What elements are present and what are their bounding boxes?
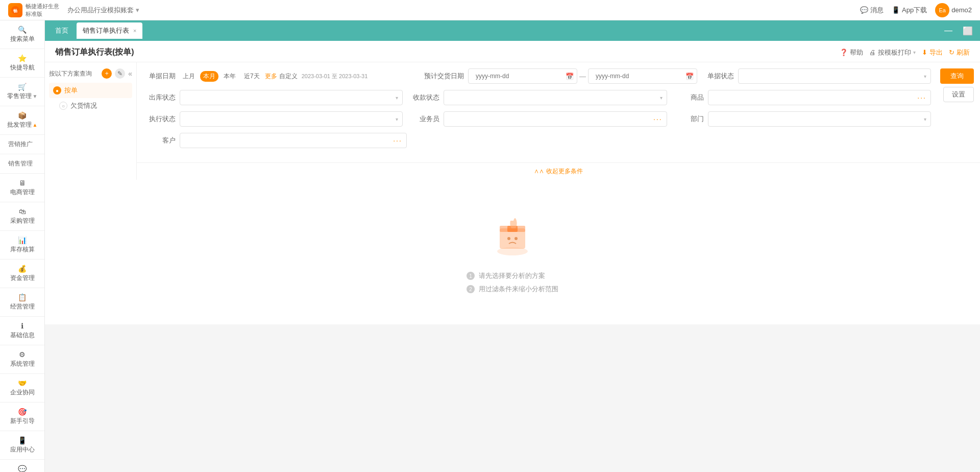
collapse-sidebar-button[interactable]: « [128,69,132,78]
exec-status-label: 执行状态 [145,114,176,124]
dept-select[interactable]: ▾ [708,111,931,127]
expected-date-start-wrap: 📅 [468,68,577,84]
refresh-button[interactable]: ↻ 刷新 [949,48,970,57]
date-tabs: 上月 本月 本年 近7天 更多 自定义 [180,71,298,82]
tab-maximize-button[interactable]: ⬜ [960,25,976,37]
sidebar-item-finance[interactable]: 💰 资金管理 [0,259,44,288]
tab-sales-order-exec[interactable]: 销售订单执行表 × [77,22,142,39]
tab-home[interactable]: 首页 [49,22,75,39]
ecommerce-icon: 🖥 [2,179,42,187]
finance-icon: 💰 [2,265,42,273]
export-button[interactable]: ⬇ 导出 [922,48,943,57]
help-icon: ❓ [840,49,848,56]
salesperson-label: 业务员 [409,114,439,124]
tip-2-text: 用过滤条件来缩小分析范围 [479,285,558,294]
breadcrumb-arrow-icon[interactable]: ▾ [136,6,139,14]
sidebar-item-newbie[interactable]: 🎯 新手引导 [0,403,44,431]
exec-status-select[interactable]: ▾ [180,111,403,127]
date-tab-this-year[interactable]: 本年 [220,71,239,82]
sidebar-item-operations[interactable]: 📋 经营管理 [0,288,44,317]
sidebar-item-enterprise[interactable]: 🤝 企业协同 [0,374,44,403]
date-tab-more[interactable]: 更多 [265,72,277,81]
calendar-end-icon[interactable]: 📅 [685,73,694,80]
basic-icon: ℹ [2,322,42,330]
tabs-right-actions: — ⬜ [941,25,976,37]
expected-date-end-input[interactable] [592,73,685,80]
sidebar-item-retail[interactable]: 🛒 零售管理 ▼ [0,78,44,106]
add-scheme-button[interactable]: + [102,68,112,79]
scheme-item-按单[interactable]: ● 按单 [49,83,132,98]
calendar-start-icon[interactable]: 📅 [566,73,574,80]
collapse-more-button[interactable]: ∧∧ 收起更多条件 [137,162,980,180]
wholesale-expand-icon: ▲ [33,122,38,128]
sidebar-item-inventory[interactable]: 📊 库存核算 [0,231,44,259]
svg-point-6 [507,237,510,240]
expected-date-start-input[interactable] [472,73,566,80]
salesperson-select[interactable]: ··· [444,111,667,127]
scheme-item-欠货情况[interactable]: ○ 欠货情况 [49,98,132,113]
expected-date-range: 📅 — 📅 [468,68,697,84]
edit-scheme-button[interactable]: ✎ [115,68,125,79]
tip-2-num: 2 [467,285,475,293]
sidebar-item-search-menu[interactable]: 🔍 搜索菜单 [0,20,44,49]
sidebar-item-marketing[interactable]: 营销推广 [0,135,44,154]
date-tab-this-month[interactable]: 本月 [200,71,218,82]
tab-minimize-button[interactable]: — [941,25,955,36]
filter-field-delivery-status: 出库状态 ▾ [145,90,403,105]
operations-icon: 📋 [2,293,42,301]
top-header: 畅 畅捷通好生意 标准版 办公用品行业模拟账套 ▾ 💬 消息 📱 App下载 E… [0,0,980,20]
sidebar-item-sales[interactable]: 销售管理 [0,154,44,174]
customer-select[interactable]: ··· [180,133,407,148]
filter-field-customer: 客户 ··· [145,133,407,148]
doc-status-chevron-icon: ▾ [924,74,926,79]
query-actions: 查询 设置 [939,62,980,160]
sidebar-item-basic[interactable]: ℹ 基础信息 [0,317,44,345]
empty-tip-1: 1 请先选择要分析的方案 [467,271,558,280]
expected-date-label: 预计交货日期 [424,72,464,81]
filter-main: 单据日期 上月 本月 本年 近7天 更多 [137,62,980,180]
logo-text: 畅捷通好生意 标准版 [26,3,59,17]
template-print-button[interactable]: 🖨 按模板打印 ▾ [869,48,916,57]
app-download-button[interactable]: 📱 App下载 [892,6,927,15]
payment-chevron-icon: ▾ [660,95,663,101]
product-select[interactable]: ··· [708,90,931,105]
settings-button[interactable]: 设置 [943,87,974,102]
help-button[interactable]: ❓ 帮助 [840,48,863,57]
breadcrumb: 办公用品行业模拟账套 ▾ [67,6,139,15]
delivery-chevron-icon: ▾ [396,95,398,101]
date-tab-last7days[interactable]: 近7天 [241,71,263,82]
header-right: 💬 消息 📱 App下载 Ea demo2 [860,3,972,17]
sidebar-item-system[interactable]: ⚙ 系统管理 [0,345,44,374]
payment-status-select[interactable]: ▾ [444,90,667,105]
user-area[interactable]: Ea demo2 [935,3,972,17]
sidebar-item-appstore[interactable]: 📱 应用中心 [0,431,44,460]
print-dropdown-icon: ▾ [913,50,916,55]
avatar: Ea [935,3,949,17]
date-tab-custom[interactable]: 自定义 [279,72,298,81]
doc-status-select[interactable]: ▾ [738,68,931,84]
tab-close-icon[interactable]: × [133,28,136,34]
date-label: 单据日期 [145,72,176,81]
delivery-status-select[interactable]: ▾ [180,90,403,105]
wechat-icon: 💬 [2,465,42,472]
sidebar-item-wechat[interactable]: 💬 企业微信 [0,460,44,472]
print-icon: 🖨 [869,49,876,56]
filter-field-product: 商品 ··· [673,90,931,105]
tabs-bar: 首页 销售订单执行表 × — ⬜ [45,20,980,41]
dept-label: 部门 [673,114,704,124]
search-menu-icon: 🔍 [2,26,42,34]
message-button[interactable]: 💬 消息 [860,6,884,15]
filter-sidebar-header: 按以下方案查询 + ✎ « [49,68,132,79]
date-tab-last-month[interactable]: 上月 [180,71,198,82]
filter-field-expected-date: 预计交货日期 📅 — [424,68,697,84]
sidebar-item-ecommerce[interactable]: 🖥 电商管理 [0,174,44,202]
retail-expand-icon: ▼ [33,93,38,99]
sidebar-item-purchase[interactable]: 🛍 采购管理 [0,202,44,231]
salesperson-dots-icon: ··· [653,115,663,123]
sidebar-item-quick-nav[interactable]: ⭐ 快捷导航 [0,49,44,78]
query-button[interactable]: 查询 [940,68,974,84]
sidebar-item-wholesale[interactable]: 📦 批发管理 ▲ [0,106,44,135]
empty-state: 1 请先选择要分析的方案 2 用过滤条件来缩小分析范围 [45,180,980,324]
customer-dots-icon: ··· [393,136,402,145]
filter-area-wrapper: 按以下方案查询 + ✎ « ● 按单 ○ [45,62,980,180]
